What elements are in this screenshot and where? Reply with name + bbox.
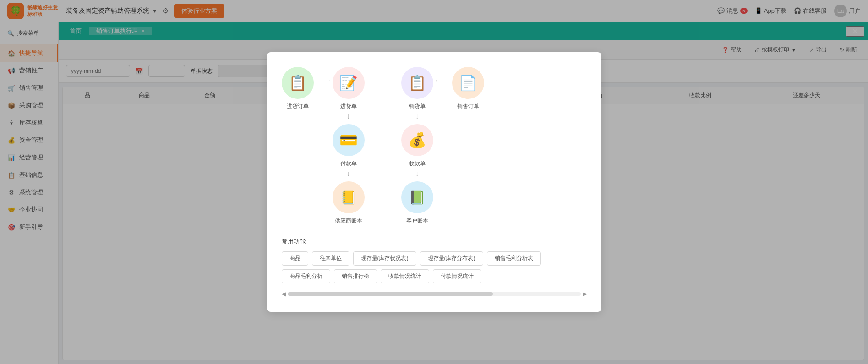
func-btn-0[interactable]: 商品 <box>282 251 308 266</box>
arrow-h-2: - - → <box>433 77 452 84</box>
flow-col-3: 📋 销货单 ↓ 💰 收款单 ↓ 📗 客户账本 <box>401 67 433 225</box>
label-purchase-order: 进货订单 <box>287 103 309 110</box>
node-sales-bill: 📋 销货单 <box>401 67 433 110</box>
circle-payment-bill: 💳 <box>333 124 365 156</box>
node-supplier-ledger: 📒 供应商账本 <box>333 181 365 225</box>
scrollbar-thumb <box>288 292 493 296</box>
arrow-down-1: ↓ <box>347 112 350 120</box>
common-functions-title: 常用功能 <box>282 238 587 246</box>
label-supplier-ledger: 供应商账本 <box>335 217 362 225</box>
scroll-right-btn[interactable]: ▶ <box>583 291 587 297</box>
flow-col-1: 📋 进货订单 <box>282 67 314 110</box>
node-purchase-order: 📋 进货订单 <box>282 67 314 110</box>
scroll-left-btn[interactable]: ◀ <box>282 291 286 297</box>
label-customer-ledger: 客户账本 <box>406 217 428 225</box>
common-functions: 常用功能 商品往来单位现存量(库存状况表)现存量(库存分布表)销售毛利分析表商品… <box>282 238 587 283</box>
node-customer-ledger: 📗 客户账本 <box>401 181 433 225</box>
label-receipt-bill: 收款单 <box>409 160 426 168</box>
label-sales-order: 销售订单 <box>457 103 479 110</box>
node-receipt-bill: 💰 收款单 <box>401 124 433 168</box>
circle-receipt-bill: 💰 <box>401 124 433 156</box>
func-btn-5[interactable]: 商品毛利分析 <box>282 269 330 283</box>
circle-sales-bill: 📋 <box>401 67 433 99</box>
arrow-h-1: - - → <box>314 77 333 84</box>
func-btn-2[interactable]: 现存量(库存状况表) <box>353 251 416 266</box>
label-sales-bill: 销货单 <box>409 103 426 110</box>
node-payment-bill: 💳 付款单 <box>333 124 365 168</box>
arrow-down-4: ↓ <box>415 169 419 178</box>
circle-purchase-order: 📋 <box>282 67 314 99</box>
flow-col-2: 📝 进货单 ↓ 💳 付款单 ↓ 📒 供应商账本 <box>333 67 365 225</box>
flow-col-4: 📄 销售订单 <box>452 67 484 110</box>
node-purchase-bill: 📝 进货单 <box>333 67 365 110</box>
func-btn-8[interactable]: 付款情况统计 <box>433 269 481 283</box>
node-sales-order: 📄 销售订单 <box>452 67 484 110</box>
arrow-down-3: ↓ <box>415 112 419 120</box>
circle-purchase-bill: 📝 <box>333 67 365 99</box>
func-btn-1[interactable]: 往来单位 <box>312 251 349 266</box>
scrollbar-track <box>288 292 581 296</box>
circle-sales-order: 📄 <box>452 67 484 99</box>
func-buttons: 商品往来单位现存量(库存状况表)现存量(库存分布表)销售毛利分析表商品毛利分析销… <box>282 251 587 283</box>
func-btn-7[interactable]: 收款情况统计 <box>381 269 429 283</box>
overlay[interactable]: 📋 进货订单 - - → 📝 进货单 ↓ 💳 付款单 <box>0 0 868 364</box>
func-btn-3[interactable]: 现存量(库存分布表) <box>420 251 483 266</box>
app-container: 🍀 畅康通好生意 标准版 装备及固定资产辅助管理系统 ▼ ⚙ 体验行业方案 💬 … <box>0 0 868 364</box>
flow-diagram: 📋 进货订单 - - → 📝 进货单 ↓ 💳 付款单 <box>282 67 587 225</box>
arrow-down-2: ↓ <box>347 169 350 178</box>
dialog-scrollbar: ◀ ▶ <box>282 291 587 297</box>
dialog: 📋 进货订单 - - → 📝 进货单 ↓ 💳 付款单 <box>267 52 601 312</box>
circle-supplier-ledger: 📒 <box>333 181 365 213</box>
label-payment-bill: 付款单 <box>340 160 357 168</box>
label-purchase-bill: 进货单 <box>340 103 357 110</box>
func-btn-4[interactable]: 销售毛利分析表 <box>487 251 541 266</box>
circle-customer-ledger: 📗 <box>401 181 433 213</box>
func-btn-6[interactable]: 销售排行榜 <box>334 269 377 283</box>
